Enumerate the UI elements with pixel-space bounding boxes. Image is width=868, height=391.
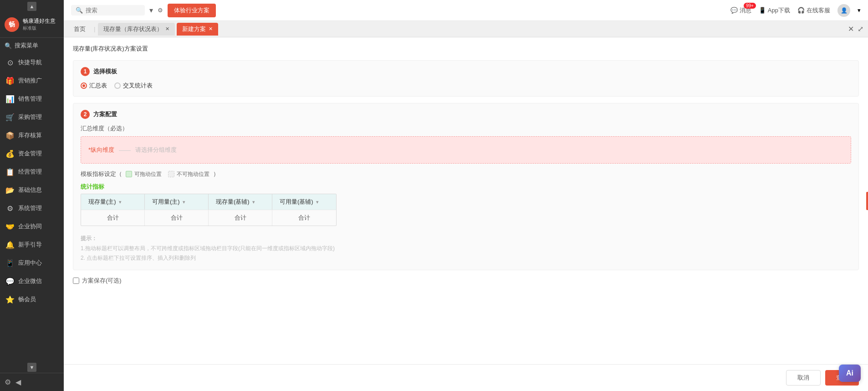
save-checkbox[interactable] bbox=[73, 278, 79, 284]
sidebar-item-inventory[interactable]: 📦 库存核算 bbox=[0, 126, 64, 144]
topbar-search-area[interactable]: 🔍 bbox=[71, 5, 145, 15]
tip2-text: 2. 点击标题栏下拉可设置排序、插入列和删除列 bbox=[81, 255, 196, 261]
save-option: 方案保存(可选) bbox=[73, 277, 859, 285]
dimension-box[interactable]: *纵向维度 —— 请选择分组维度 bbox=[81, 136, 851, 164]
topbar-settings-icon[interactable]: ▾ bbox=[149, 6, 153, 15]
sidebar-item-member[interactable]: ⭐ 畅会员 bbox=[0, 290, 64, 309]
user-avatar[interactable]: 👤 bbox=[837, 4, 850, 17]
brand-edition: 标准版 bbox=[23, 25, 56, 31]
quick-nav-icon: ⊙ bbox=[5, 58, 15, 67]
tab-expand-icon[interactable]: ⤢ bbox=[858, 25, 863, 33]
sidebar-item-label: 畅会员 bbox=[18, 295, 36, 304]
sidebar-search[interactable]: 🔍 搜索菜单 bbox=[0, 38, 64, 53]
stats-table-label: 统计指标 bbox=[81, 183, 851, 191]
stats-table-body-row: 合计 合计 合计 合计 bbox=[81, 210, 336, 226]
sidebar-item-purchase[interactable]: 🛒 采购管理 bbox=[0, 108, 64, 126]
indicator-legend: 可拖动位置 不可拖动位置 bbox=[126, 170, 209, 178]
sidebar-item-label: 采购管理 bbox=[18, 113, 42, 121]
stats-header-cell-0[interactable]: 现存量(主) ▾ bbox=[81, 194, 145, 210]
member-icon: ⭐ bbox=[5, 295, 15, 304]
customer-service-label: 在线客服 bbox=[807, 6, 830, 15]
tips-title: 提示： bbox=[81, 235, 97, 242]
user-dropdown-icon[interactable]: ▾ bbox=[858, 7, 861, 14]
tab-inventory-label: 现存量（库存状况表） bbox=[103, 25, 163, 33]
sidebar-item-operations[interactable]: 📋 经营管理 bbox=[0, 163, 64, 181]
operations-icon: 📋 bbox=[5, 167, 15, 176]
radio-summary-label: 汇总表 bbox=[89, 82, 107, 90]
step1-number: 1 bbox=[81, 67, 90, 76]
topbar-search-icon: 🔍 bbox=[76, 7, 83, 14]
topbar-app-download[interactable]: 📱 App下载 bbox=[759, 6, 790, 15]
tab-inventory-close[interactable]: ✕ bbox=[165, 26, 169, 32]
stats-header-cell-2[interactable]: 现存量(基辅) ▾ bbox=[209, 194, 272, 210]
finance-icon: 💰 bbox=[5, 149, 15, 158]
sidebar-item-finance[interactable]: 💰 资金管理 bbox=[0, 144, 64, 163]
tab-home[interactable]: 首页 bbox=[68, 23, 91, 36]
topbar-message[interactable]: 💬 消息 99+ bbox=[730, 6, 751, 15]
tab-actions: ✕ ⤢ bbox=[848, 25, 863, 33]
topbar: 🔍 ▾ ⚙ 体验行业方案 💬 消息 99+ 📱 App下载 🎧 在线客服 👤 ▾ bbox=[64, 0, 868, 21]
topbar-search-input[interactable] bbox=[86, 7, 140, 14]
stats-table-header: 现存量(主) ▾ 可用量(主) ▾ 现存量(基辅) ▾ 可用量(基辅) bbox=[81, 194, 336, 210]
base-info-icon: 📂 bbox=[5, 185, 15, 195]
message-icon: 💬 bbox=[730, 7, 738, 14]
radio-crosstab[interactable]: 交叉统计表 bbox=[114, 82, 153, 90]
cancel-button[interactable]: 取消 bbox=[786, 370, 821, 386]
sidebar-item-label: 销售管理 bbox=[18, 95, 42, 103]
radio-summary[interactable]: 汇总表 bbox=[81, 82, 107, 90]
sidebar-scroll-down[interactable]: ▼ bbox=[27, 363, 36, 372]
sidebar-item-label: 新手引导 bbox=[18, 241, 42, 249]
sidebar-bottom: ⚙ ◀ bbox=[0, 373, 64, 391]
sidebar-item-label: 快捷导航 bbox=[18, 58, 42, 67]
sidebar-item-app-center[interactable]: 📱 应用中心 bbox=[0, 254, 64, 272]
system-icon: ⚙ bbox=[5, 204, 15, 213]
tab-new-scheme[interactable]: 新建方案 ✕ bbox=[177, 23, 218, 36]
legend-movable-label: 可拖动位置 bbox=[134, 170, 162, 178]
radio-crosstab-label: 交叉统计表 bbox=[123, 82, 153, 90]
stats-header-label-2: 现存量(基辅) bbox=[216, 198, 250, 206]
sidebar-item-base-info[interactable]: 📂 基础信息 bbox=[0, 181, 64, 199]
sidebar-item-label: 库存核算 bbox=[18, 131, 42, 139]
stats-header-label-1: 可用量(主) bbox=[152, 198, 180, 206]
legend-movable-box bbox=[126, 171, 132, 177]
radio-crosstab-dot bbox=[114, 82, 121, 89]
tab-collapse-icon[interactable]: ✕ bbox=[848, 25, 854, 33]
topbar-gear-icon[interactable]: ⚙ bbox=[158, 7, 163, 14]
dimension-arrow: —— bbox=[119, 147, 131, 154]
step2-number: 2 bbox=[81, 110, 90, 119]
sidebar-item-quick-nav[interactable]: ⊙ 快捷导航 bbox=[0, 53, 64, 72]
sidebar-item-label: 企业微信 bbox=[18, 277, 42, 285]
step1-section: 1 选择模板 汇总表 交叉统计表 bbox=[73, 60, 859, 97]
content-area: 现存量(库存状况表)方案设置 1 选择模板 汇总表 交叉统计表 2 bbox=[64, 37, 868, 364]
trial-industry-button[interactable]: 体验行业方案 bbox=[168, 4, 216, 17]
tips-section: 提示： 1.拖动标题栏可以调整布局，不可跨维度或指标区域拖动栏目字段(只能在同一… bbox=[81, 234, 851, 263]
stats-header-cell-3[interactable]: 可用量(基辅) ▾ bbox=[272, 194, 336, 210]
sidebar-item-cooperation[interactable]: 🤝 企业协同 bbox=[0, 217, 64, 236]
topbar-customer-service[interactable]: 🎧 在线客服 bbox=[797, 6, 830, 15]
tab-inventory[interactable]: 现存量（库存状况表） ✕ bbox=[98, 23, 175, 36]
legend-immovable-box bbox=[168, 171, 174, 177]
volume-bottom-icon[interactable]: ◀ bbox=[15, 378, 21, 386]
sidebar-item-enterprise-wechat[interactable]: 💬 企业微信 bbox=[0, 272, 64, 290]
sidebar-item-label: 资金管理 bbox=[18, 149, 42, 158]
tip1-text: 1.拖动标题栏可以调整布局，不可跨维度或指标区域拖动栏目字段(只能在同一维度或指… bbox=[81, 245, 335, 252]
sidebar-scroll-up[interactable]: ▲ bbox=[27, 2, 36, 11]
ai-float-button[interactable]: Ai bbox=[839, 365, 861, 382]
legend-immovable: 不可拖动位置 bbox=[168, 170, 209, 178]
topbar-left: 🔍 ▾ ⚙ 体验行业方案 bbox=[71, 4, 216, 17]
sidebar-item-sales[interactable]: 📊 销售管理 bbox=[0, 90, 64, 108]
tabs-bar: 首页 | 现存量（库存状况表） ✕ 新建方案 ✕ ✕ ⤢ bbox=[64, 21, 868, 37]
sidebar: ▲ 畅 畅康通好生意 标准版 🔍 搜索菜单 ⊙ 快捷导航 🎁 营销推广 📊 销售… bbox=[0, 0, 64, 391]
footer-bar: 取消 查询 bbox=[64, 364, 868, 391]
sidebar-logo: 畅 畅康通好生意 标准版 bbox=[0, 12, 64, 38]
settings-bottom-icon[interactable]: ⚙ bbox=[5, 378, 11, 386]
tab-new-scheme-close[interactable]: ✕ bbox=[209, 26, 213, 32]
sidebar-item-marketing[interactable]: 🎁 营销推广 bbox=[0, 72, 64, 90]
sidebar-item-new-guide[interactable]: 🔔 新手引导 bbox=[0, 236, 64, 254]
sidebar-item-system[interactable]: ⚙ 系统管理 bbox=[0, 199, 64, 217]
stats-header-label-3: 可用量(基辅) bbox=[280, 198, 313, 206]
page-title: 现存量(库存状况表)方案设置 bbox=[73, 45, 859, 53]
stats-header-cell-1[interactable]: 可用量(主) ▾ bbox=[145, 194, 209, 210]
brand-name: 畅康通好生意 bbox=[23, 18, 56, 25]
cooperation-icon: 🤝 bbox=[5, 222, 15, 231]
